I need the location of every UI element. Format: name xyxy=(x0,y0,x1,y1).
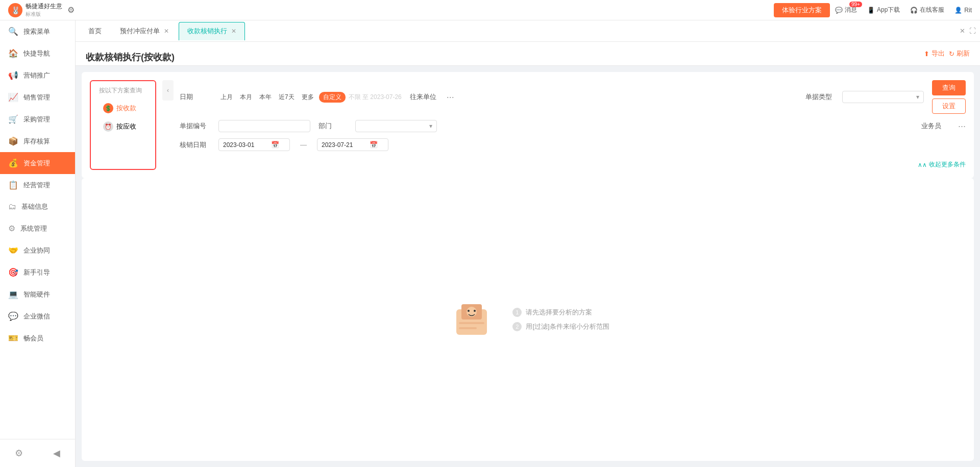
empty-tips: 1 请先选择要分析的方案 2 用[过滤]条件来缩小分析范围 xyxy=(512,308,609,331)
empty-tip-2: 2 用[过滤]条件来缩小分析范围 xyxy=(512,322,609,331)
partner-group: 往来单位 ··· 单据类型 ▾ xyxy=(410,91,924,103)
sidebar-item-label: 系统管理 xyxy=(20,224,47,233)
bill-no-input[interactable] xyxy=(224,122,305,130)
bill-type-label: 单据类型 xyxy=(805,92,836,102)
close-window-icon[interactable]: ✕ xyxy=(960,27,965,35)
bill-type-select[interactable]: ▾ xyxy=(842,91,924,103)
sidebar-item-operations[interactable]: 📋 经营管理 xyxy=(0,174,75,196)
sidebar-item-quick-nav[interactable]: 🏠 快捷导航 xyxy=(0,42,75,64)
receipt-icon: 💲 xyxy=(103,103,113,113)
tab-label: 收款核销执行 xyxy=(187,27,227,36)
export-icon: ⬆ xyxy=(924,50,929,58)
svg-point-4 xyxy=(474,310,476,312)
user-menu[interactable]: 👤 Rit xyxy=(954,7,972,14)
salesman-ellipsis[interactable]: ··· xyxy=(958,121,966,132)
calendar-end-icon[interactable]: 📅 xyxy=(370,141,378,149)
receivable-icon: ⏰ xyxy=(103,121,113,132)
sidebar-item-inventory[interactable]: 📦 库存核算 xyxy=(0,130,75,152)
sidebar-item-enterprise[interactable]: 🤝 企业协同 xyxy=(0,239,75,261)
sidebar-item-system[interactable]: ⚙ 系统管理 xyxy=(0,217,75,239)
home-icon: 🏠 xyxy=(8,48,18,58)
tip-text-1: 请先选择要分析的方案 xyxy=(526,308,592,317)
tab-collection[interactable]: 收款核销执行 ✕ xyxy=(179,22,245,40)
tab-prepay[interactable]: 预付冲应付单 ✕ xyxy=(111,22,178,40)
verify-date-end-input[interactable]: 2023-07-21 xyxy=(322,141,368,149)
search-icon: 🔍 xyxy=(8,27,18,36)
online-service-button[interactable]: 🎧 在线客服 xyxy=(910,6,944,14)
close-tab-prepay-icon[interactable]: ✕ xyxy=(164,28,169,35)
sidebar-item-hardware[interactable]: 💻 智能硬件 xyxy=(0,283,75,305)
marketing-icon: 📢 xyxy=(8,70,18,80)
sidebar-item-wechat[interactable]: 💬 企业微信 xyxy=(0,305,75,327)
sidebar-item-search[interactable]: 🔍 搜索菜单 xyxy=(0,20,75,42)
filter-row-2: 单据编号 部门 ▾ 业务员 ··· xyxy=(180,120,966,132)
sidebar-item-marketing[interactable]: 📢 营销推广 xyxy=(0,64,75,86)
date-label: 日期 xyxy=(180,92,210,102)
query-button[interactable]: 查询 xyxy=(932,80,966,95)
sidebar-item-purchase[interactable]: 🛒 采购管理 xyxy=(0,108,75,130)
expand-window-icon[interactable]: ⛶ xyxy=(969,27,976,35)
sidebar-collapse-button[interactable]: ◀ xyxy=(49,444,64,463)
close-tab-collection-icon[interactable]: ✕ xyxy=(231,28,236,35)
date-btn-7days[interactable]: 近7天 xyxy=(277,92,297,103)
date-hint: 不限 至 2023-07-26 xyxy=(349,93,402,102)
verify-date-start-input[interactable]: 2023-03-01 xyxy=(223,141,269,149)
chevron-down-icon: ▾ xyxy=(916,93,919,101)
page-title: 收款核销执行(按收款) xyxy=(86,51,175,63)
tip-text-2: 用[过滤]条件来缩小分析范围 xyxy=(526,322,609,331)
sidebar-item-finance[interactable]: 💰 资金管理 xyxy=(0,152,75,174)
collapse-more-button[interactable]: ∧∧ 收起更多条件 xyxy=(918,160,966,169)
tab-bar: 首页 预付冲应付单 ✕ 收款核销执行 ✕ ✕ ⛶ xyxy=(76,20,980,42)
sales-icon: 📈 xyxy=(8,92,18,102)
date-btn-this-month[interactable]: 本月 xyxy=(238,92,254,103)
brand-sub: 标准版 xyxy=(26,11,62,18)
sidebar-item-label: 智能硬件 xyxy=(23,290,50,299)
sidebar-item-sales[interactable]: 📈 销售管理 xyxy=(0,86,75,108)
sidebar-item-label: 搜索菜单 xyxy=(23,27,50,36)
sidebar-item-label: 营销推广 xyxy=(23,71,50,80)
setting-button[interactable]: 设置 xyxy=(932,99,966,114)
date-btn-last-month[interactable]: 上月 xyxy=(218,92,235,103)
tab-label: 预付冲应付单 xyxy=(120,27,160,36)
export-button[interactable]: ⬆ 导出 xyxy=(924,49,945,58)
sidebar-item-basic-info[interactable]: 🗂 基础信息 xyxy=(0,196,75,217)
filter-row-3: 核销日期 2023-03-01 📅 — 2023-07-21 📅 xyxy=(180,138,966,151)
filter-option-by-receipt[interactable]: 💲 按收款 xyxy=(99,101,140,115)
refresh-button[interactable]: ↻ 刷新 xyxy=(949,49,970,58)
collapse-toggle-button[interactable]: ‹ xyxy=(162,80,174,101)
partner-ellipsis[interactable]: ··· xyxy=(447,92,454,103)
sidebar-item-label: 资金管理 xyxy=(23,159,50,168)
date-btn-more[interactable]: 更多 xyxy=(300,92,316,103)
filter-option-by-receivable[interactable]: ⏰ 按应收 xyxy=(99,119,140,134)
brand-name: 畅捷通好生意 xyxy=(26,2,62,11)
svg-point-3 xyxy=(468,310,470,312)
sidebar-item-member[interactable]: 🎫 畅会员 xyxy=(0,327,75,349)
calendar-start-icon[interactable]: 📅 xyxy=(271,141,279,149)
action-buttons: 查询 设置 xyxy=(932,80,966,114)
gear-icon[interactable]: ⚙ xyxy=(67,5,75,15)
basic-info-icon: 🗂 xyxy=(8,202,16,211)
sidebar-bottom: ⚙ ◀ xyxy=(0,439,75,467)
filter-scheme-panel: 按以下方案查询 💲 按收款 ⏰ 按应收 xyxy=(90,80,156,170)
sidebar-item-guide[interactable]: 🎯 新手引导 xyxy=(0,261,75,283)
download-icon: 📱 xyxy=(867,7,875,14)
filter-option-label: 按应收 xyxy=(116,122,136,131)
empty-state: 1 请先选择要分析的方案 2 用[过滤]条件来缩小分析范围 xyxy=(82,178,974,461)
filter-row-1: 日期 上月 本月 本年 近7天 更多 自定义 不限 至 2023-07-26 往… xyxy=(180,80,966,114)
hardware-icon: 💻 xyxy=(8,289,18,299)
user-name: Rit xyxy=(964,7,972,14)
filter-fields: 日期 上月 本月 本年 近7天 更多 自定义 不限 至 2023-07-26 往… xyxy=(180,80,966,170)
date-btn-custom[interactable]: 自定义 xyxy=(319,92,346,103)
industry-solution-button[interactable]: 体验行业方案 xyxy=(774,3,830,17)
chevron-up-icon: ∧∧ xyxy=(918,161,927,168)
app-download-label: App下载 xyxy=(877,6,900,14)
date-btn-this-year[interactable]: 本年 xyxy=(257,92,274,103)
tip-num-2: 2 xyxy=(512,322,522,331)
purchase-icon: 🛒 xyxy=(8,114,18,124)
sidebar-settings-button[interactable]: ⚙ xyxy=(11,444,27,463)
dept-select[interactable]: ▾ xyxy=(355,120,437,132)
dept-group: 部门 ▾ 业务员 ··· xyxy=(318,120,966,132)
tab-home[interactable]: 首页 xyxy=(80,22,110,40)
app-download-button[interactable]: 📱 App下载 xyxy=(867,6,900,14)
messages-button[interactable]: 💬 消息 99+ xyxy=(835,6,857,14)
